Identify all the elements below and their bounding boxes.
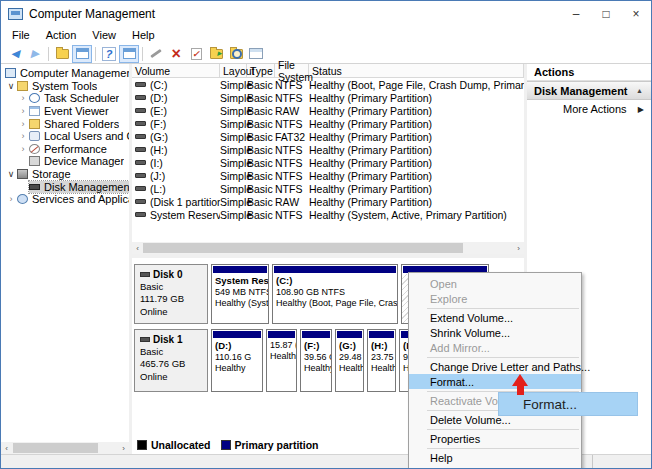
forward-arrow-icon bbox=[31, 47, 39, 60]
table-row[interactable]: (F:) Simple Basic NTFS Healthy (Primary … bbox=[132, 117, 524, 130]
partition-g[interactable]: (G:) 29.48 G Healthy bbox=[335, 329, 364, 392]
menu-view[interactable]: View bbox=[84, 27, 124, 43]
actions-section-disk-management[interactable]: Disk Management bbox=[527, 81, 651, 100]
show-action-pane-button[interactable] bbox=[119, 45, 139, 63]
menu-bar: File Action View Help bbox=[1, 26, 651, 44]
menu-file[interactable]: File bbox=[4, 27, 38, 43]
volume-list-horizontal-scrollbar[interactable]: ‹ › bbox=[132, 242, 524, 254]
scroll-right-icon[interactable]: › bbox=[118, 442, 129, 454]
table-row[interactable]: (C:) Simple Basic NTFS Healthy (Boot, Pa… bbox=[132, 78, 524, 91]
column-header-file-system[interactable]: File System bbox=[275, 64, 309, 77]
table-row[interactable]: (I:) Simple Basic NTFS Healthy (Primary … bbox=[132, 156, 524, 169]
scroll-left-icon[interactable]: ‹ bbox=[132, 242, 143, 254]
menu-item-change-drive-letter[interactable]: Change Drive Letter and Paths... bbox=[409, 359, 581, 374]
scrollbar-thumb[interactable] bbox=[13, 443, 98, 453]
disk-0-label[interactable]: Disk 0 Basic 111.79 GB Online bbox=[134, 264, 208, 324]
menu-item-add-mirror: Add Mirror... bbox=[409, 340, 581, 355]
partition-f[interactable]: (F:) 39.56 G Healthy bbox=[300, 329, 332, 392]
back-button[interactable] bbox=[5, 45, 25, 63]
partition-d[interactable]: (D:) 110.16 G Healthy bbox=[211, 329, 263, 392]
sidebar-item-performance[interactable]: Performance bbox=[1, 143, 129, 156]
properties-button[interactable] bbox=[246, 45, 266, 63]
sidebar-item-services-and-applications[interactable]: Services and Applications bbox=[1, 193, 129, 206]
sidebar-item-task-scheduler[interactable]: Task Scheduler bbox=[1, 92, 129, 105]
users-icon bbox=[29, 131, 40, 141]
check-disk-button[interactable] bbox=[186, 45, 206, 63]
volume-icon bbox=[135, 186, 146, 191]
table-row[interactable]: (Disk 1 partition 2) Simple Basic RAW He… bbox=[132, 195, 524, 208]
menu-action[interactable]: Action bbox=[38, 27, 85, 43]
storage-icon bbox=[17, 169, 28, 179]
table-row[interactable]: System Reserved (K:) Simple Basic NTFS H… bbox=[132, 208, 524, 221]
volume-icon bbox=[135, 82, 146, 87]
console-tree-panel: Computer Management (Local System Tools … bbox=[1, 64, 129, 454]
show-console-tree-button[interactable] bbox=[72, 45, 92, 63]
forward-button[interactable] bbox=[25, 45, 45, 63]
sidebar-item-event-viewer[interactable]: Event Viewer bbox=[1, 105, 129, 118]
disk-1-label[interactable]: Disk 1 Basic 465.76 GB Online bbox=[134, 329, 208, 392]
menu-item-extend-volume[interactable]: Extend Volume... bbox=[409, 310, 581, 325]
more-actions-item[interactable]: More Actions bbox=[527, 100, 651, 118]
sidebar-item-disk-management[interactable]: Disk Management bbox=[1, 180, 129, 193]
menu-separator bbox=[427, 308, 579, 309]
sidebar-item-local-users-and-groups[interactable]: Local Users and Groups bbox=[1, 130, 129, 143]
performance-icon bbox=[29, 144, 40, 154]
volume-icon bbox=[135, 108, 146, 113]
sidebar-item-device-manager[interactable]: Device Manager bbox=[1, 155, 129, 168]
help-icon bbox=[102, 48, 117, 60]
menu-item-help[interactable]: Help bbox=[409, 450, 581, 465]
table-row[interactable]: (D:) Simple Basic NTFS Healthy (Primary … bbox=[132, 91, 524, 104]
maximize-button[interactable]: □ bbox=[591, 1, 621, 26]
export-folder-icon bbox=[210, 49, 223, 59]
chevron-expanded-icon[interactable] bbox=[5, 81, 17, 91]
open-folder-button[interactable] bbox=[52, 45, 72, 63]
volume-icon bbox=[135, 121, 146, 126]
export-button[interactable] bbox=[206, 45, 226, 63]
volume-icon bbox=[135, 173, 146, 178]
properties-icon bbox=[249, 48, 263, 59]
table-row[interactable]: (G:) Simple Basic FAT32 Healthy (Primary… bbox=[132, 130, 524, 143]
partition-unlabeled[interactable]: 15.87 ( Health bbox=[266, 329, 297, 392]
column-header-type[interactable]: Type bbox=[247, 64, 275, 77]
partition-system-reserved[interactable]: System Reserve 549 MB NTFS Healthy (Syst… bbox=[211, 264, 269, 324]
menu-item-shrink-volume[interactable]: Shrink Volume... bbox=[409, 325, 581, 340]
partition-c[interactable]: (C:) 108.90 GB NTFS Healthy (Boot, Page … bbox=[272, 264, 398, 324]
table-row[interactable]: (J:) Simple Basic NTFS Healthy (Primary … bbox=[132, 169, 524, 182]
chevron-collapsed-icon[interactable] bbox=[5, 194, 17, 204]
scrollbar-thumb[interactable] bbox=[143, 243, 463, 253]
help-button[interactable] bbox=[99, 45, 119, 63]
partition-h[interactable]: (H:) 23.75 G Healthy bbox=[367, 329, 396, 392]
column-header-volume[interactable]: Volume bbox=[132, 64, 220, 77]
sidebar-item-shared-folders[interactable]: Shared Folders bbox=[1, 117, 129, 130]
sidebar-item-storage[interactable]: Storage bbox=[1, 168, 129, 181]
chevron-collapsed-icon[interactable] bbox=[17, 93, 29, 103]
format-callout: Format... bbox=[498, 392, 638, 416]
chevron-collapsed-icon[interactable] bbox=[17, 106, 29, 116]
menu-item-format[interactable]: Format... bbox=[409, 374, 581, 389]
column-header-status[interactable]: Status bbox=[309, 64, 524, 77]
column-header-layout[interactable]: Layout bbox=[220, 64, 247, 77]
minimize-button[interactable]: – bbox=[561, 1, 591, 26]
remote-tool-button[interactable] bbox=[146, 45, 166, 63]
chevron-collapsed-icon[interactable] bbox=[17, 144, 29, 154]
scroll-right-icon[interactable]: › bbox=[513, 242, 524, 254]
table-row[interactable]: (L:) Simple Basic NTFS Healthy (Primary … bbox=[132, 182, 524, 195]
chevron-collapsed-icon[interactable] bbox=[17, 131, 29, 141]
menu-item-properties[interactable]: Properties bbox=[409, 431, 581, 446]
delete-button[interactable] bbox=[166, 45, 186, 63]
sidebar-item-computer-management[interactable]: Computer Management (Local bbox=[1, 67, 129, 80]
find-button[interactable] bbox=[226, 45, 246, 63]
table-row[interactable]: (E:) Simple Basic RAW Healthy (Primary P… bbox=[132, 104, 524, 117]
check-document-icon bbox=[191, 48, 202, 60]
table-row[interactable]: (H:) Simple Basic NTFS Healthy (Primary … bbox=[132, 143, 524, 156]
chevron-expanded-icon[interactable] bbox=[5, 169, 17, 179]
menu-help[interactable]: Help bbox=[124, 27, 163, 43]
window-title: Computer Management bbox=[29, 7, 155, 21]
menu-separator bbox=[427, 429, 579, 430]
tree-horizontal-scrollbar[interactable]: ‹ › bbox=[1, 442, 129, 454]
collapse-arrow-icon[interactable] bbox=[636, 87, 643, 94]
close-button[interactable]: × bbox=[621, 1, 651, 26]
sidebar-item-system-tools[interactable]: System Tools bbox=[1, 80, 129, 93]
chevron-collapsed-icon[interactable] bbox=[17, 119, 29, 129]
scroll-left-icon[interactable]: ‹ bbox=[1, 442, 12, 454]
